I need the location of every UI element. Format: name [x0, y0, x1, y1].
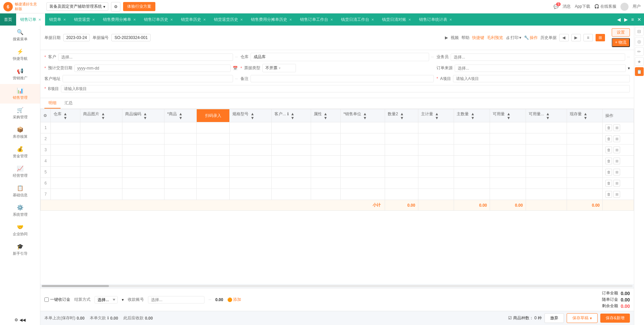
- delete-icon-6[interactable]: 🗑: [605, 180, 612, 187]
- cell-unit-1[interactable]: [341, 122, 385, 133]
- nav-menu-icon[interactable]: ≡: [630, 16, 635, 23]
- sidebar-item-system[interactable]: ⚙️ 系统管理: [0, 201, 40, 220]
- right-panel-icon-4[interactable]: ★: [635, 57, 644, 66]
- grid-view-icon[interactable]: ⊞: [596, 34, 605, 41]
- tab-detail[interactable]: 明细: [44, 98, 61, 109]
- close-icon[interactable]: ✕: [170, 18, 173, 22]
- right-panel-icon-5[interactable]: 📋: [635, 67, 644, 76]
- auto-confirm-input[interactable]: [44, 297, 49, 302]
- delete-icon-2[interactable]: 🗑: [605, 135, 612, 142]
- close-icon[interactable]: ✕: [203, 18, 206, 22]
- view-btn[interactable]: 视频: [451, 35, 459, 41]
- sidebar-item-search[interactable]: 🔍 搜索菜单: [0, 26, 40, 45]
- cell-main-qty-2[interactable]: [454, 133, 490, 145]
- close-icon[interactable]: ✕: [63, 18, 66, 22]
- cell-scan-1[interactable]: [196, 122, 230, 133]
- save-draft-button[interactable]: 保存草稿 ▾: [567, 313, 598, 323]
- nav-left-icon[interactable]: ◀: [559, 34, 569, 41]
- tab-invoice-history[interactable]: 销货单历史 ✕: [177, 13, 210, 26]
- system-selector[interactable]: 装备及固定资产辅助管理系统 ▾: [46, 2, 108, 11]
- help-btn[interactable]: 帮助: [461, 35, 469, 41]
- delete-icon-7[interactable]: 🗑: [605, 191, 612, 198]
- copy-icon-6[interactable]: ⊞: [613, 180, 620, 187]
- scrollbar-thumb[interactable]: [42, 285, 109, 287]
- right-panel-icon-1[interactable]: ⊟: [635, 27, 644, 36]
- copy-icon-5[interactable]: ⊞: [613, 169, 620, 175]
- auto-confirm-checkbox[interactable]: 一键收订金: [44, 297, 70, 302]
- cell-product-2[interactable]: [164, 133, 197, 145]
- sidebar-item-marketing[interactable]: 📢 营销推广: [0, 65, 40, 84]
- warehouse-value[interactable]: 成品库: [251, 53, 429, 61]
- shortcut-btn[interactable]: 快捷键: [472, 35, 484, 41]
- cell-warehouse-3[interactable]: [51, 145, 80, 156]
- tab-sales-invoice[interactable]: 销货单 ✕: [45, 13, 70, 26]
- staff-input[interactable]: [451, 53, 625, 61]
- copy-icon-4[interactable]: ⊞: [613, 158, 620, 164]
- cell-code-2[interactable]: [122, 133, 164, 145]
- sidebar-item-basic[interactable]: 📋 基础信息: [0, 181, 40, 201]
- discard-button[interactable]: 放弃: [544, 313, 564, 323]
- right-panel-icon-3[interactable]: ✏: [635, 47, 644, 56]
- tab-order-stats[interactable]: 销售订单统计表 ✕: [415, 13, 456, 26]
- sidebar-item-guide[interactable]: 🎓 新手引导: [0, 240, 40, 259]
- profit-btn[interactable]: 毛利预览: [487, 35, 503, 41]
- sidebar-item-management[interactable]: 📈 经营管理: [0, 162, 40, 181]
- close-icon[interactable]: ✕: [133, 18, 136, 22]
- add-payment-btn[interactable]: 🟠 添加: [227, 297, 241, 302]
- more-icon-3[interactable]: ···: [627, 55, 630, 59]
- list-view-icon[interactable]: ≡: [583, 34, 593, 41]
- tab-cash-workbench[interactable]: 钱货日清工作台 ✕: [337, 13, 378, 26]
- a-project-input[interactable]: [453, 75, 630, 82]
- delivery-date-input[interactable]: [74, 65, 231, 72]
- cell-warehouse-1[interactable]: [51, 122, 80, 133]
- notice-badge[interactable]: 💬 9: [554, 4, 559, 9]
- invoice-type-select[interactable]: 不开票 ▾: [262, 64, 296, 72]
- print-btn[interactable]: 🖨 打印 ▾: [506, 35, 521, 41]
- address-input[interactable]: [63, 75, 233, 82]
- col-settings[interactable]: ⚙: [41, 109, 51, 122]
- tab-sales-expense[interactable]: 销售费用分摊单 ✕: [99, 13, 140, 26]
- tab-sales-return[interactable]: 销货退货 ✕: [70, 13, 99, 26]
- cell-spec-2[interactable]: [230, 133, 272, 145]
- close-icon[interactable]: ✕: [240, 18, 243, 22]
- cell-warehouse-2[interactable]: [51, 133, 80, 145]
- col-scan[interactable]: 扫码录入: [196, 109, 230, 122]
- cell-qty2-2[interactable]: [385, 133, 418, 145]
- more-icon[interactable]: ···: [235, 55, 238, 59]
- cell-customer-code-1[interactable]: [272, 122, 311, 133]
- delete-icon-1[interactable]: 🗑: [605, 124, 612, 131]
- close-icon[interactable]: ✕: [408, 18, 411, 22]
- account-input[interactable]: [148, 296, 204, 303]
- order-source-input[interactable]: [455, 65, 626, 72]
- cell-product-1[interactable]: [164, 122, 197, 133]
- nav-close-icon[interactable]: ✕: [636, 16, 643, 23]
- delete-icon-5[interactable]: 🗑: [605, 169, 612, 175]
- tab-cash-reconcile[interactable]: 钱货日清对账 ✕: [378, 13, 415, 26]
- industry-btn[interactable]: 体验行业方案: [123, 2, 155, 11]
- cell-qty2-1[interactable]: [385, 122, 418, 133]
- sn-value[interactable]: SO-20230324-001: [111, 34, 151, 41]
- cell-spec-1[interactable]: [230, 122, 272, 133]
- copy-icon-1[interactable]: ⊞: [613, 124, 620, 131]
- sidebar-item-sales[interactable]: 📊 销售管理: [0, 84, 40, 104]
- history-btn[interactable]: 历史单据: [540, 35, 557, 41]
- tab-summary[interactable]: 汇总: [61, 98, 77, 109]
- note-input[interactable]: [251, 75, 434, 82]
- online-service-link[interactable]: 🎧 在线客服: [594, 4, 616, 9]
- sidebar-item-finance[interactable]: 💰 资金管理: [0, 143, 40, 162]
- tab-order-history[interactable]: 销售订单历史 ✕: [140, 13, 177, 26]
- save-new-button[interactable]: 保存&新增: [600, 314, 630, 323]
- operation-btn[interactable]: 🔧 操作: [524, 35, 538, 41]
- tab-home[interactable]: 首页: [0, 13, 16, 26]
- tab-sales-order[interactable]: 销售订单 ✕: [16, 13, 45, 26]
- delete-icon-3[interactable]: 🗑: [605, 147, 612, 153]
- close-icon[interactable]: ✕: [289, 18, 292, 22]
- more-icon-5[interactable]: ···: [209, 298, 211, 301]
- gear-button[interactable]: ⚙: [111, 2, 120, 11]
- customer-input[interactable]: [58, 53, 233, 61]
- more-icon-2[interactable]: ···: [431, 55, 434, 59]
- tab-order-workbench[interactable]: 销售订单工作台 ✕: [296, 13, 337, 26]
- copy-icon-2[interactable]: ⊞: [613, 135, 620, 142]
- close-icon[interactable]: ✕: [371, 18, 374, 22]
- close-icon[interactable]: ✕: [330, 18, 333, 22]
